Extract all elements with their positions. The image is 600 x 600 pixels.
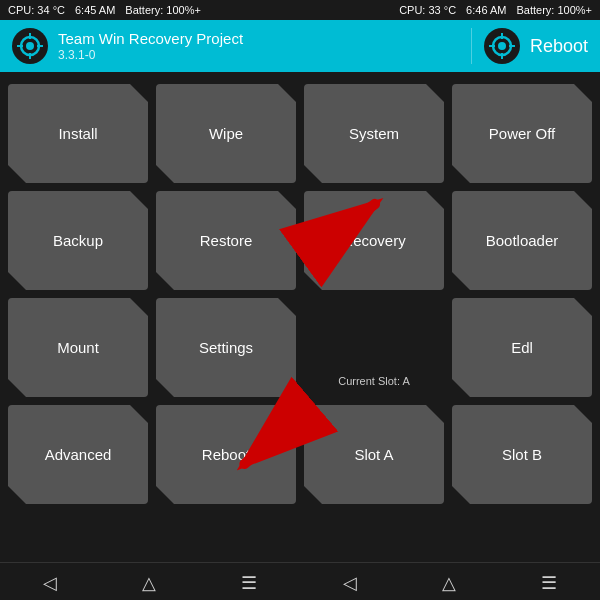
time-left: 6:45 AM [75,4,115,16]
cpu-temp-right: CPU: 33 °C [399,4,456,16]
reboot-button[interactable]: Reboot [156,405,296,504]
bootloader-button[interactable]: Bootloader [452,191,592,290]
cpu-temp-left: CPU: 34 °C [8,4,65,16]
restore-button[interactable]: Restore [156,191,296,290]
main-area: Install Wipe System Power Off Backup Res… [0,72,600,562]
app-title-text: Team Win Recovery Project 3.3.1-0 [58,30,243,62]
backup-button[interactable]: Backup [8,191,148,290]
home-icon-right[interactable]: △ [442,572,456,594]
advanced-button[interactable]: Advanced [8,405,148,504]
home-icon-left[interactable]: △ [142,572,156,594]
menu-icon-left[interactable]: ☰ [241,572,257,594]
reboot-title-section: Reboot [472,20,600,72]
edl-button[interactable]: Edl [452,298,592,397]
slot-b-button[interactable]: Slot B [452,405,592,504]
wipe-button[interactable]: Wipe [156,84,296,183]
status-right: CPU: 33 °C 6:46 AM Battery: 100%+ [399,2,592,18]
settings-button[interactable]: Settings [156,298,296,397]
recovery-button[interactable]: Recovery [304,191,444,290]
status-bar: CPU: 34 °C 6:45 AM Battery: 100%+ CPU: 3… [0,0,600,20]
app-version: 3.3.1-0 [58,48,243,62]
status-left: CPU: 34 °C 6:45 AM Battery: 100%+ [8,2,201,18]
edl-slot-area: Current Slot: A [304,298,444,397]
app-name: Team Win Recovery Project [58,30,243,48]
time-right: 6:46 AM [466,4,506,16]
current-page-title: Reboot [530,36,588,57]
power-off-button[interactable]: Power Off [452,84,592,183]
button-grid: Install Wipe System Power Off Backup Res… [8,84,592,504]
svg-point-2 [26,42,34,50]
menu-icon-right[interactable]: ☰ [541,572,557,594]
mount-button[interactable]: Mount [8,298,148,397]
install-button[interactable]: Install [8,84,148,183]
system-button[interactable]: System [304,84,444,183]
bottom-nav: ◁ △ ☰ ◁ △ ☰ [0,562,600,600]
battery-right: Battery: 100%+ [516,4,592,16]
svg-point-9 [498,42,506,50]
battery-left: Battery: 100%+ [125,4,201,16]
title-bars: Team Win Recovery Project 3.3.1-0 Reboot [0,20,600,72]
back-icon-left[interactable]: ◁ [43,572,57,594]
twrp-logo-right [484,28,520,64]
app-title-section: Team Win Recovery Project 3.3.1-0 [0,20,471,72]
twrp-logo [12,28,48,64]
slot-a-button[interactable]: Slot A [304,405,444,504]
back-icon-right[interactable]: ◁ [343,572,357,594]
current-slot-label: Current Slot: A [338,375,410,387]
